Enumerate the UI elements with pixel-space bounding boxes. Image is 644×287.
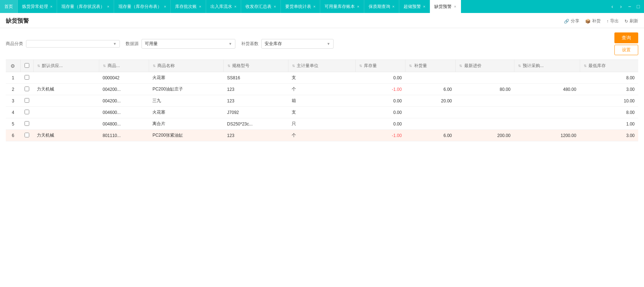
td-stock-4: 0.00 xyxy=(355,107,405,118)
th-supplier[interactable]: ⇅ 默认供应... xyxy=(33,60,99,72)
replenish-base-select[interactable]: 安全库存 ▼ xyxy=(261,39,334,49)
th-product-code[interactable]: ⇅ 商品... xyxy=(99,60,149,72)
share-button[interactable]: 🔗 分享 xyxy=(564,18,579,24)
tab-minimize-btn[interactable]: − xyxy=(625,2,634,11)
tab-lian-close[interactable]: × xyxy=(50,4,52,9)
th-stock-label: 库存量 xyxy=(364,63,377,68)
tab-xianzun1[interactable]: 现存量（库存状况表） × xyxy=(57,0,114,13)
th-product-name[interactable]: ⇅ 商品名称 xyxy=(149,60,223,72)
td-unit-1: 支 xyxy=(288,72,355,84)
tab-chaochu[interactable]: 超储预警 × xyxy=(399,0,430,13)
sort-icon: ⇅ xyxy=(518,64,521,68)
td-checkbox-5[interactable] xyxy=(20,118,33,130)
td-latest-price-2: 80.00 xyxy=(456,84,514,95)
td-checkbox-2[interactable] xyxy=(20,84,33,95)
th-replenish[interactable]: ⇅ 补货量 xyxy=(405,60,456,72)
td-product-name-5: 离合片 xyxy=(149,118,223,130)
td-checkbox-1[interactable] xyxy=(20,72,33,84)
tab-churuku-label: 出入库流水 xyxy=(210,4,232,10)
tab-xianzun2-label: 现存量（库存分布表） xyxy=(118,4,162,10)
table-row: 2 力天机械 004200... PC200油缸庄子 123 个 -1.00 6… xyxy=(6,84,638,95)
td-spec-4: J7092 xyxy=(223,107,288,118)
td-product-name-1: 火花塞 xyxy=(149,72,223,84)
export-button[interactable]: ↑ 导出 xyxy=(606,18,619,24)
row-checkbox-5[interactable] xyxy=(25,121,29,126)
tab-baoqian-close[interactable]: × xyxy=(392,4,395,9)
gear-icon[interactable]: ⚙ xyxy=(10,63,15,69)
setting-button[interactable]: 设置 xyxy=(614,45,638,55)
tab-quehuo[interactable]: 缺货预警 × xyxy=(430,0,461,13)
data-table: ⚙ ⇅ 默认供应... ⇅ 商品... ⇅ 商品名称 xyxy=(6,59,638,141)
tab-churuku[interactable]: 出入库流水 × xyxy=(206,0,241,13)
th-gear[interactable]: ⚙ xyxy=(6,60,20,72)
td-checkbox-4[interactable] xyxy=(20,107,33,118)
td-replenish-3: 20.00 xyxy=(405,95,456,107)
tab-pizhang-label: 库存批次账 xyxy=(175,4,197,10)
th-est-purchase[interactable]: ⇅ 预计采购... xyxy=(514,60,580,72)
tab-xianzun2-close[interactable]: × xyxy=(164,4,166,9)
td-latest-price-4 xyxy=(456,107,514,118)
row-checkbox-2[interactable] xyxy=(25,87,29,91)
datasource-filter-group: 数据源 可用量 ▼ xyxy=(126,39,235,49)
tab-quehuo-close[interactable]: × xyxy=(454,4,456,9)
tab-yaohuo[interactable]: 要货单统计表 × xyxy=(281,0,320,13)
sort-icon: ⇅ xyxy=(459,64,462,68)
td-replenish-4 xyxy=(405,107,456,118)
row-checkbox-6[interactable] xyxy=(25,133,29,137)
th-stock[interactable]: ⇅ 库存量 xyxy=(355,60,405,72)
td-product-code-6: 801110... xyxy=(99,130,149,141)
tab-shoufa-close[interactable]: × xyxy=(274,4,276,9)
table-row: 4 004600... 火花塞 J7092 支 0.00 8.00 xyxy=(6,107,638,118)
th-checkbox[interactable] xyxy=(20,60,33,72)
td-checkbox-3[interactable] xyxy=(20,95,33,107)
tab-next-btn[interactable]: › xyxy=(617,2,625,11)
th-min-stock[interactable]: ⇅ 最低库存 xyxy=(580,60,638,72)
tab-home-label: 首页 xyxy=(4,4,13,10)
datasource-select[interactable]: 可用量 ▼ xyxy=(142,39,235,49)
sort-icon: ⇅ xyxy=(359,64,362,68)
tab-pizhang-close[interactable]: × xyxy=(199,4,201,9)
tab-chaochu-label: 超储预警 xyxy=(404,4,421,10)
select-all-checkbox[interactable] xyxy=(25,63,29,68)
replenish-icon: 📦 xyxy=(585,19,591,24)
tab-chaochu-close[interactable]: × xyxy=(423,4,425,9)
tab-maximize-btn[interactable]: □ xyxy=(634,2,643,11)
th-spec[interactable]: ⇅ 规格型号 xyxy=(223,60,288,72)
tab-baoqian[interactable]: 保质期查询 × xyxy=(364,0,399,13)
tab-lian[interactable]: 炼货异常处理 × xyxy=(18,0,57,13)
tab-home[interactable]: 首页 xyxy=(0,0,18,13)
sort-icon: ⇅ xyxy=(103,64,106,68)
tab-shoufa[interactable]: 收发存汇总表 × xyxy=(241,0,280,13)
tab-churuku-close[interactable]: × xyxy=(234,4,236,9)
td-unit-6: 个 xyxy=(288,130,355,141)
th-latest-price[interactable]: ⇅ 最新进价 xyxy=(456,60,514,72)
tab-xianzun1-close[interactable]: × xyxy=(107,4,109,9)
tab-yaohuo-close[interactable]: × xyxy=(313,4,316,9)
tab-pizhang[interactable]: 库存批次账 × xyxy=(171,0,206,13)
query-button[interactable]: 查询 xyxy=(614,32,638,43)
td-product-code-1: 0000042 xyxy=(99,72,149,84)
category-select[interactable]: ▼ xyxy=(26,40,120,48)
replenish-button[interactable]: 📦 补货 xyxy=(585,18,601,24)
main-content: 缺货预警 🔗 分享 📦 补货 ↑ 导出 ↻ 刷新 商品分类 xyxy=(0,13,644,287)
row-checkbox-4[interactable] xyxy=(25,110,29,114)
replenish-base-value: 安全库存 xyxy=(265,41,282,47)
tab-keyong-close[interactable]: × xyxy=(357,4,359,9)
filter-row: 商品分类 ▼ 数据源 可用量 ▼ 补货基数 安全库存 ▼ 查询 设置 xyxy=(0,28,644,59)
row-checkbox-1[interactable] xyxy=(25,75,29,80)
td-product-code-4: 004600... xyxy=(99,107,149,118)
sort-icon: ⇅ xyxy=(584,64,587,68)
td-checkbox-6[interactable] xyxy=(20,130,33,141)
th-unit[interactable]: ⇅ 主计量单位 xyxy=(288,60,355,72)
td-spec-2: 123 xyxy=(223,84,288,95)
share-label: 分享 xyxy=(571,18,579,24)
tab-prev-btn[interactable]: ‹ xyxy=(608,2,617,11)
table-row: 3 004200... 三九 123 箱 0.00 20.00 10.00 xyxy=(6,95,638,107)
tab-xianzun2[interactable]: 现存量（库存分布表） × xyxy=(114,0,171,13)
tab-keyong[interactable]: 可用量库存账本 × xyxy=(320,0,364,13)
refresh-button[interactable]: ↻ 刷新 xyxy=(625,18,638,24)
row-checkbox-3[interactable] xyxy=(25,98,29,103)
th-supplier-label: 默认供应... xyxy=(42,63,63,68)
td-min-stock-2: 3.00 xyxy=(580,84,638,95)
table-body: 1 0000042 火花塞 SS816 支 0.00 8.00 2 力天机械 0… xyxy=(6,72,638,141)
